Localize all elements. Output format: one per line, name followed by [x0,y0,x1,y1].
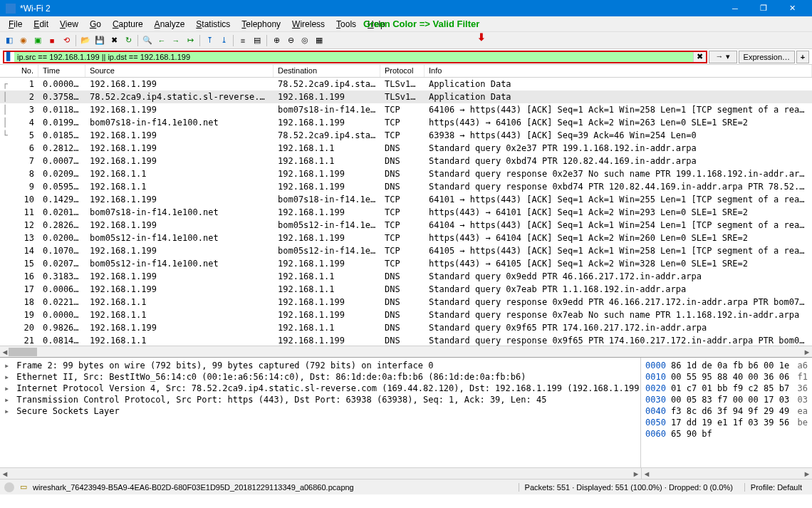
scroll-left-icon[interactable]: ◄ [642,468,652,480]
packet-row[interactable]: 80.020917192.168.1.1192.168.1.199DNSStan… [0,167,812,180]
minimize-button[interactable]: ─ [721,0,749,16]
col-header-no[interactable]: No. [0,65,38,77]
packet-row[interactable]: 210.081489192.168.1.1192.168.1.199DNSSta… [0,334,812,346]
packet-row[interactable]: 110.020108bom07s18-in-f14.1e100.net192.1… [0,206,812,219]
options-icon[interactable]: ◉ [17,34,30,47]
scroll-right-icon[interactable]: ► [802,346,812,358]
jump-icon[interactable]: ↦ [184,34,197,47]
hex-scrollbar[interactable]: ◄ ► [641,467,812,479]
packet-row[interactable]: 200.982668192.168.1.199192.168.1.1DNSSta… [0,321,812,334]
titlebar: *Wi-Fi 2 ─ ❐ ✕ [0,0,812,16]
next-icon[interactable]: → [170,34,182,47]
display-filter-input[interactable] [17,53,690,61]
hex-line[interactable]: 002001 c7 01 bb f9 c2 85 b736 [645,383,808,395]
menu-wireless[interactable]: Wireless [286,18,330,31]
hex-line[interactable]: 001000 55 95 88 40 00 36 06f1 [645,372,808,383]
col-header-source[interactable]: Source [85,65,274,77]
packet-row[interactable]: 170.000686192.168.1.199192.168.1.1DNSSta… [0,283,812,296]
stop-capture-icon[interactable]: ■ [46,34,58,47]
details-scrollbar[interactable]: ◄ ► [0,467,641,479]
hex-line[interactable]: 006065 90 bf [645,429,808,440]
first-packet-icon[interactable]: ⤒ [203,34,216,47]
status-bar: ▭ wireshark_76423949-B5A9-4EA6-B02D-680F… [0,479,812,494]
packet-details-tree[interactable]: ▸ Frame 2: 99 bytes on wire (792 bits), … [0,358,641,467]
packet-row[interactable]: │40.019986bom07s18-in-f14.1e100.net192.1… [0,116,812,129]
resize-cols-icon[interactable]: ▦ [313,34,326,47]
clear-filter-button[interactable]: ✖ [693,52,706,62]
menu-capture[interactable]: Capture [107,18,149,31]
start-capture-icon[interactable]: ▣ [31,34,44,47]
zoom-out-icon[interactable]: ⊖ [284,34,297,47]
tree-item[interactable]: ▸ Transmission Control Protocol, Src Por… [4,395,636,406]
apply-filter-button[interactable]: → ▾ [709,51,737,63]
hex-line[interactable]: 000086 1d de 0a fb b6 00 1ea6 [645,361,808,372]
packet-row[interactable]: 150.020798bom05s12-in-f14.1e100.net192.1… [0,257,812,270]
status-profile[interactable]: Profile: Default [744,483,808,492]
maximize-button[interactable]: ❐ [749,0,778,16]
scroll-thumb[interactable] [9,348,37,356]
menu-go[interactable]: Go [84,18,107,31]
scroll-right-icon[interactable]: ► [802,468,812,480]
packet-row[interactable]: 130.020010bom05s12-in-f14.1e100.net192.1… [0,232,812,244]
autoscroll-icon[interactable]: ≡ [236,34,249,47]
tree-item[interactable]: ▸ Internet Protocol Version 4, Src: 78.5… [4,383,636,395]
scroll-left-icon[interactable]: ◄ [0,468,10,480]
packet-row[interactable]: └50.018562192.168.1.19978.52.2ca9.ip4.st… [0,129,812,142]
packet-row[interactable]: │30.011897192.168.1.199bom07s18-in-f14.1… [0,103,812,116]
packet-list-scrollbar[interactable]: ◄ ► [0,346,812,357]
filter-bookmark-icon[interactable]: ▋ [4,52,14,62]
filter-bar: ▋ ✖ → ▾ Expression… + [0,49,812,65]
menu-tools[interactable]: Tools [330,18,362,31]
zoom-reset-icon[interactable]: ◎ [298,34,311,47]
tree-item[interactable]: ▸ Frame 2: 99 bytes on wire (792 bits), … [4,361,636,372]
tree-item[interactable]: ▸ Ethernet II, Src: BestItWo_56:14:c0 (0… [4,372,636,383]
menu-telephony[interactable]: Telephony [236,18,286,31]
menu-view[interactable]: View [54,18,84,31]
close-file-icon[interactable]: ✖ [108,34,120,47]
packet-row[interactable]: 160.318301192.168.1.199192.168.1.1DNSSta… [0,270,812,283]
col-header-destination[interactable]: Destination [274,65,380,77]
reload-icon[interactable]: ↻ [122,34,135,47]
add-filter-button[interactable]: + [796,51,809,63]
packet-row[interactable]: 120.282625192.168.1.199bom05s12-in-f14.1… [0,219,812,232]
packet-row[interactable]: │20.37583078.52.2ca9.ip4.static.sl-rever… [0,90,812,103]
tree-item[interactable]: ▸ Secure Sockets Layer [4,406,636,418]
find-icon[interactable]: 🔍 [141,34,154,47]
prev-icon[interactable]: ← [155,34,168,47]
packet-row[interactable]: 100.142901192.168.1.199bom07s18-in-f14.1… [0,193,812,206]
menu-statistics[interactable]: Statistics [190,18,236,31]
menu-edit[interactable]: Edit [28,18,54,31]
last-packet-icon[interactable]: ⤓ [217,34,230,47]
packet-row[interactable]: 190.000004192.168.1.1192.168.1.199DNSSta… [0,309,812,321]
window-title: *Wi-Fi 2 [20,4,721,14]
hex-line[interactable]: 0040f3 8c d6 3f 94 9f 29 49ea [645,406,808,418]
packet-row[interactable]: 140.107080192.168.1.199bom05s12-in-f14.1… [0,244,812,257]
col-header-info[interactable]: Info [425,65,812,77]
hex-line[interactable]: 003000 05 83 f7 00 00 17 0303 [645,395,808,406]
save-file-icon[interactable]: 💾 [93,34,106,47]
col-header-protocol[interactable]: Protocol [380,65,425,77]
column-headers: No. Time Source Destination Protocol Inf… [0,65,812,78]
annotation-text: Green Color => Valid Filter [363,19,479,29]
menu-file[interactable]: File [3,18,28,31]
menu-analyze[interactable]: Analyze [149,18,191,31]
packet-row[interactable]: 180.022196192.168.1.1192.168.1.199DNSSta… [0,296,812,309]
expression-button[interactable]: Expression… [739,51,795,63]
zoom-in-icon[interactable]: ⊕ [270,34,283,47]
packet-row[interactable]: 90.059564192.168.1.1192.168.1.199DNSStan… [0,180,812,193]
packet-row[interactable]: 60.281217192.168.1.199192.168.1.1DNSStan… [0,142,812,155]
packet-row[interactable]: ┌10.000000192.168.1.19978.52.2ca9.ip4.st… [0,78,812,90]
scroll-right-icon[interactable]: ► [631,468,641,480]
packet-row[interactable]: 70.000741192.168.1.199192.168.1.1DNSStan… [0,155,812,167]
col-header-time[interactable]: Time [38,65,85,77]
capture-file-props-icon[interactable]: ▭ [20,482,27,492]
restart-capture-icon[interactable]: ⟲ [60,34,73,47]
colorize-icon[interactable]: ▤ [251,34,264,47]
interfaces-icon[interactable]: ◧ [3,34,16,47]
close-button[interactable]: ✕ [778,0,806,16]
packet-bytes-hex[interactable]: 000086 1d de 0a fb b6 00 1ea6001000 55 9… [641,358,812,467]
expert-info-icon[interactable] [4,482,14,492]
open-file-icon[interactable]: 📂 [79,34,92,47]
hex-line[interactable]: 005017 dd 19 e1 1f 03 39 56be [645,418,808,429]
packet-list[interactable]: ┌10.000000192.168.1.19978.52.2ca9.ip4.st… [0,78,812,346]
